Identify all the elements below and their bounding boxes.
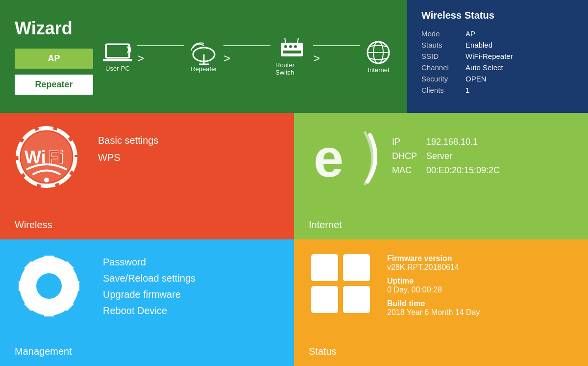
- wifi-logo-icon: Wi Fi: [15, 125, 78, 189]
- diagram-repeater: Repeater: [189, 41, 219, 73]
- save-reload-link[interactable]: Save/Reload settings: [103, 273, 196, 284]
- internet-mac-row: MAC 00:E0:20:15:09:2C: [392, 163, 500, 178]
- ws-mode-key: Mode: [421, 28, 466, 39]
- arrow-1: ————>: [137, 38, 184, 75]
- ws-channel-value: Auto Select: [466, 62, 573, 73]
- diagram-internet-label: Internet: [368, 66, 389, 74]
- wizard-panel: Wizard AP Repeater )) User-PC ————>: [0, 0, 407, 113]
- svg-line-9: [297, 38, 298, 43]
- firmware-value: v28K.RPT.20180614: [387, 263, 480, 272]
- status-panel: Firmware version v28K.RPT.20180614 Uptim…: [294, 239, 588, 366]
- diagram-router-label: Router Switch: [275, 61, 308, 76]
- build-time-block: Build time 2018 Year 6 Month 14 Day: [387, 299, 480, 317]
- ws-clients-value: 1: [466, 84, 573, 96]
- ws-row-clients: Clients 1: [421, 84, 573, 96]
- diagram-userpc-label: User-PC: [105, 65, 130, 72]
- svg-point-22: [44, 178, 49, 183]
- ap-button[interactable]: AP: [15, 49, 93, 69]
- reboot-device-link[interactable]: Reboot Device: [103, 305, 196, 316]
- wireless-status-table: Mode AP Stauts Enabled SSID WiFi-Repeate…: [421, 28, 573, 96]
- build-value: 2018 Year 6 Month 14 Day: [387, 308, 480, 317]
- ws-ssid-key: SSID: [421, 51, 466, 62]
- wireless-panel: Wi Fi Basic settings WPS Wireless: [0, 113, 294, 239]
- status-info: Firmware version v28K.RPT.20180614 Uptim…: [387, 254, 480, 317]
- svg-rect-37: [311, 286, 338, 313]
- svg-text:e: e: [314, 128, 343, 188]
- gear-icon: [15, 252, 83, 320]
- ws-channel-key: Channel: [421, 62, 466, 73]
- ws-row-security: Security OPEN: [421, 73, 573, 84]
- svg-point-12: [294, 45, 297, 48]
- upgrade-firmware-link[interactable]: Upgrade firmware: [103, 289, 196, 300]
- ws-row-status: Stauts Enabled: [421, 39, 573, 51]
- ws-row-mode: Mode AP: [421, 28, 573, 39]
- diagram-repeater-label: Repeater: [191, 65, 217, 73]
- ie-logo-icon: e: [309, 125, 377, 194]
- internet-dhcp-value: Server: [426, 149, 500, 163]
- build-label: Build time: [387, 299, 480, 308]
- internet-mac-label: MAC: [392, 163, 426, 178]
- ws-status-key: Stauts: [421, 39, 466, 51]
- arrow-2: ————>: [223, 38, 270, 75]
- arrow-3: ————>: [313, 38, 360, 75]
- internet-label: Internet: [309, 219, 342, 231]
- svg-point-10: [284, 45, 287, 48]
- internet-dhcp-row: DHCP Server: [392, 149, 500, 163]
- svg-rect-36: [343, 254, 370, 281]
- svg-rect-2: [103, 59, 132, 61]
- windows-logo-icon: [309, 252, 372, 315]
- internet-info: IP 192.168.10.1 DHCP Server MAC 00:E0:20…: [392, 135, 500, 178]
- svg-line-8: [285, 38, 286, 43]
- uptime-label: Uptime: [387, 277, 480, 286]
- management-panel: Password Save/Reload settings Upgrade fi…: [0, 239, 294, 366]
- ws-clients-key: Clients: [421, 84, 466, 96]
- password-link[interactable]: Password: [103, 257, 196, 268]
- uptime-block: Uptime 0 Day, 00:00:28: [387, 277, 480, 294]
- svg-text:)): )): [126, 45, 132, 53]
- firmware-block: Firmware version v28K.RPT.20180614: [387, 254, 480, 272]
- management-label: Management: [15, 346, 72, 357]
- svg-point-11: [289, 45, 292, 48]
- wireless-status-panel: Wireless Status Mode AP Stauts Enabled S…: [407, 0, 588, 113]
- wireless-status-title: Wireless Status: [421, 10, 573, 21]
- ws-status-value: Enabled: [466, 39, 573, 51]
- firmware-label: Firmware version: [387, 254, 480, 263]
- ws-security-key: Security: [421, 73, 466, 84]
- svg-rect-7: [281, 43, 303, 56]
- status-label: Status: [309, 346, 337, 357]
- svg-rect-38: [343, 286, 370, 313]
- internet-mac-value: 00:E0:20:15:09:2C: [426, 163, 500, 178]
- wizard-diagram: )) User-PC ————> Repeater ————>: [93, 37, 392, 76]
- ws-row-ssid: SSID WiFi-Repeater: [421, 51, 573, 62]
- wireless-links: Basic settings WPS: [98, 135, 158, 163]
- svg-rect-1: [107, 45, 128, 57]
- ws-ssid-value: WiFi-Repeater: [466, 51, 573, 62]
- wizard-title: Wizard: [15, 18, 93, 39]
- internet-ip-value: 192.168.10.1: [426, 135, 500, 149]
- ws-security-value: OPEN: [466, 73, 573, 84]
- ws-mode-value: AP: [466, 28, 573, 39]
- internet-dhcp-label: DHCP: [392, 149, 426, 163]
- wireless-label: Wireless: [15, 219, 52, 231]
- internet-ip-label: IP: [392, 135, 426, 149]
- internet-panel: e IP 192.168.10.1 DHCP Server MAC 00:E0:…: [294, 113, 588, 239]
- management-links: Password Save/Reload settings Upgrade fi…: [103, 257, 196, 316]
- svg-rect-35: [311, 254, 338, 281]
- diagram-router: Router Switch: [275, 37, 308, 76]
- ws-row-channel: Channel Auto Select: [421, 62, 573, 73]
- svg-point-34: [36, 273, 62, 299]
- svg-rect-13: [283, 51, 301, 53]
- internet-ip-row: IP 192.168.10.1: [392, 135, 500, 149]
- diagram-internet: Internet: [365, 39, 392, 74]
- diagram-userpc: )) User-PC: [103, 41, 132, 72]
- repeater-button[interactable]: Repeater: [15, 75, 93, 95]
- wps-link[interactable]: WPS: [98, 152, 158, 163]
- uptime-value: 0 Day, 00:00:28: [387, 286, 480, 294]
- basic-settings-link[interactable]: Basic settings: [98, 135, 158, 146]
